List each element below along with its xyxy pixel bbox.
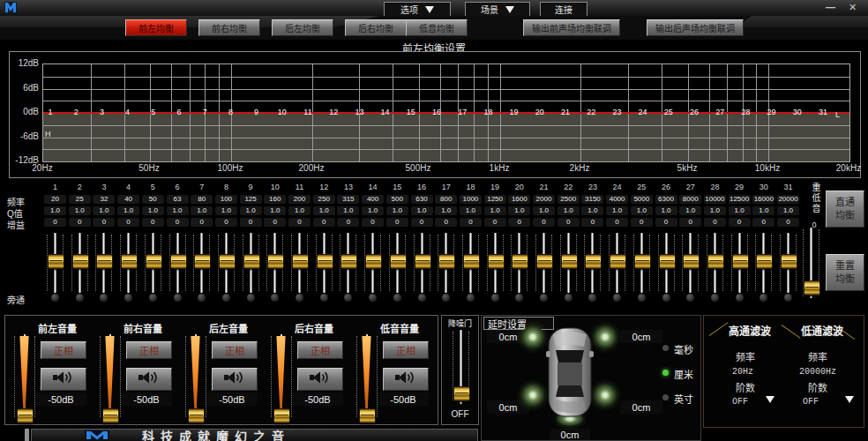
slider-handle[interactable] — [243, 254, 260, 269]
slider-handle[interactable] — [102, 408, 119, 423]
slider-handle[interactable] — [219, 254, 236, 269]
slider-handle[interactable] — [488, 254, 505, 269]
scene-menu-button[interactable]: 场景 — [465, 2, 530, 17]
eq-gain-slider[interactable] — [141, 231, 165, 302]
slider-handle[interactable] — [683, 254, 700, 269]
volume-slider[interactable] — [183, 333, 207, 422]
slider-handle[interactable] — [365, 254, 382, 269]
tab-eq-1[interactable]: 前左均衡 — [125, 19, 187, 36]
slider-handle[interactable] — [781, 254, 797, 269]
bypass-indicator[interactable] — [296, 294, 303, 302]
hpf-order-dropdown-icon[interactable] — [766, 396, 774, 403]
phase-button[interactable]: 正相 — [41, 341, 86, 359]
slider-handle[interactable] — [96, 254, 113, 269]
eq-band-point[interactable]: 17 — [453, 108, 471, 116]
delay-sub-value[interactable]: 0cm — [550, 429, 590, 440]
eq-band-point[interactable]: 5 — [145, 108, 162, 116]
volume-slider[interactable] — [269, 333, 293, 422]
eq-gain-slider[interactable] — [92, 231, 116, 302]
slider-handle[interactable] — [634, 254, 651, 269]
phase-button[interactable]: 正相 — [212, 341, 258, 359]
unit-radio-1[interactable] — [662, 345, 669, 351]
eq-band-point[interactable]: 30 — [789, 108, 806, 116]
hp-marker[interactable]: H — [45, 130, 51, 138]
eq-band-point[interactable]: 1 — [41, 108, 59, 116]
bypass-indicator[interactable] — [393, 294, 401, 302]
eq-band-point[interactable]: 18 — [479, 108, 497, 116]
bypass-indicator[interactable] — [174, 294, 182, 302]
eq-gain-slider[interactable] — [507, 231, 531, 302]
eq-band-point[interactable]: 8 — [221, 108, 239, 116]
phase-button[interactable]: 正相 — [383, 341, 429, 359]
eq-band-point[interactable]: 6 — [170, 108, 188, 116]
slider-handle[interactable] — [17, 408, 34, 423]
mute-button[interactable] — [383, 368, 429, 391]
eq-gain-slider[interactable] — [703, 231, 727, 302]
slider-handle[interactable] — [536, 254, 553, 269]
eq-band-point[interactable]: 22 — [582, 108, 600, 116]
eq-gain-slider[interactable] — [336, 231, 360, 302]
bypass-indicator[interactable] — [491, 294, 499, 302]
bypass-indicator[interactable] — [711, 294, 719, 302]
slider-handle[interactable] — [317, 254, 333, 269]
slider-handle[interactable] — [732, 254, 749, 269]
eq-gain-slider[interactable] — [776, 231, 800, 302]
slider-handle[interactable] — [390, 254, 407, 269]
eq-gain-slider[interactable] — [655, 231, 678, 302]
eq-band-point[interactable]: 13 — [350, 108, 368, 116]
eq-band-point[interactable]: 19 — [505, 108, 523, 116]
eq-band-point[interactable]: 31 — [814, 108, 832, 116]
eq-passthrough-button[interactable]: 直通均衡 — [826, 191, 864, 228]
bypass-indicator[interactable] — [467, 294, 475, 302]
slider-handle[interactable] — [585, 254, 602, 269]
bypass-indicator[interactable] — [662, 294, 670, 302]
bypass-indicator[interactable] — [149, 294, 157, 302]
slider-handle[interactable] — [188, 408, 205, 423]
options-menu-button[interactable]: 选项 — [384, 2, 451, 17]
unit-radio-2[interactable] — [662, 370, 669, 376]
eq-band-point[interactable]: 20 — [531, 108, 549, 116]
eq-gain-slider[interactable] — [166, 231, 190, 302]
eq-gain-slider[interactable] — [288, 231, 311, 302]
tab-eq-3[interactable]: 后左均衡 — [272, 19, 333, 36]
bypass-indicator[interactable] — [418, 294, 426, 302]
eq-gain-slider[interactable] — [630, 231, 654, 302]
eq-band-point[interactable]: 26 — [685, 108, 703, 116]
hpf-order-value[interactable]: OFF — [732, 397, 748, 407]
eq-band-point[interactable]: 23 — [608, 108, 625, 116]
eq-reset-button[interactable]: 重置均衡 — [826, 254, 864, 291]
eq-gain-slider[interactable] — [385, 231, 409, 302]
slider-handle[interactable] — [146, 254, 162, 269]
slider-handle[interactable] — [659, 254, 676, 269]
eq-gain-slider[interactable] — [728, 231, 752, 302]
eq-band-point[interactable]: 3 — [93, 108, 110, 116]
slider-handle[interactable] — [267, 254, 284, 269]
output-link-button-2[interactable]: 输出后声场均衡联调 — [647, 19, 744, 36]
mute-button[interactable] — [212, 368, 258, 391]
eq-gain-slider[interactable] — [361, 231, 385, 302]
eq-gain-slider[interactable] — [557, 231, 580, 302]
eq-band-point[interactable]: 25 — [660, 108, 677, 116]
eq-band-point[interactable]: 27 — [711, 108, 729, 116]
eq-gain-slider[interactable] — [752, 231, 775, 302]
tab-eq-4[interactable]: 后右均衡 — [345, 19, 407, 36]
bypass-indicator[interactable] — [247, 294, 255, 302]
slider-handle[interactable] — [610, 254, 626, 269]
slider-handle[interactable] — [121, 254, 138, 269]
bypass-indicator[interactable] — [565, 294, 572, 302]
close-button[interactable]: ✕ — [849, 3, 857, 12]
lpf-frequency-value[interactable]: 20000Hz — [799, 367, 836, 377]
phase-button[interactable]: 正相 — [297, 341, 343, 359]
eq-plot-area[interactable]: 1234567891011121314151617181920212223242… — [42, 64, 850, 162]
eq-gain-slider[interactable] — [263, 231, 287, 302]
slider-handle[interactable] — [72, 254, 89, 269]
bypass-indicator[interactable] — [736, 294, 744, 302]
slider-handle[interactable] — [340, 254, 357, 269]
lpf-order-value[interactable]: OFF — [803, 397, 819, 407]
eq-gain-slider[interactable] — [434, 231, 458, 302]
slider-handle[interactable] — [292, 254, 309, 269]
volume-slider[interactable] — [12, 333, 36, 422]
connect-button[interactable]: 连接 — [540, 2, 587, 17]
bypass-indicator[interactable] — [51, 294, 59, 302]
slider-handle[interactable] — [463, 254, 480, 269]
